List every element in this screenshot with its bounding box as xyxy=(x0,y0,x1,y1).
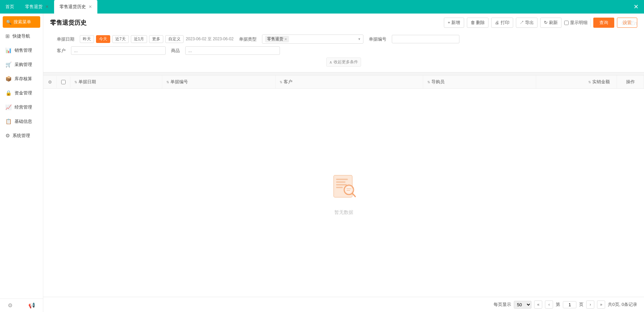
select-all-checkbox[interactable] xyxy=(61,80,66,84)
goods-label: 商品 xyxy=(171,48,180,54)
page-title: 零售退货历史 xyxy=(50,19,87,27)
top-bar: 首页 零售退货 ✕ 零售退货历史 ✕ ✕ xyxy=(0,0,644,14)
sort-asc-date-icon[interactable]: ⇅ xyxy=(74,80,77,84)
refresh-button[interactable]: ↻ 刷新 xyxy=(540,18,562,28)
date-btn-more[interactable]: 更多 xyxy=(149,35,163,43)
sidebar-item-sales[interactable]: 📊 销售管理 xyxy=(0,43,43,58)
collapse-icon: ∧ xyxy=(329,60,332,65)
sidebar-item-quick-nav[interactable]: ⊞ 快捷导航 xyxy=(0,29,43,43)
page-number-input[interactable] xyxy=(563,301,576,308)
search-icon: 🔍 xyxy=(6,20,11,25)
finance-icon: 🔒 xyxy=(5,90,12,96)
goods-input[interactable] xyxy=(185,46,280,55)
quick-nav-icon: ⊞ xyxy=(5,33,10,39)
filter-area: 单据日期 昨天 今天 近7天 近1月 更多 自定义 2023-06-02 至 2… xyxy=(50,32,637,72)
close-tab-retail-return-history[interactable]: ✕ xyxy=(89,4,92,9)
setting-button[interactable]: 设置 xyxy=(617,18,637,28)
date-btn-7days[interactable]: 近7天 xyxy=(112,35,129,43)
date-btn-custom[interactable]: 自定义 xyxy=(165,35,184,43)
customer-input[interactable] xyxy=(71,46,166,55)
empty-illustration xyxy=(327,170,361,204)
type-filter-select[interactable]: 零售退货 × ▾ xyxy=(262,35,363,44)
svg-rect-2 xyxy=(336,181,345,183)
close-tab-retail-return[interactable]: ✕ xyxy=(45,4,49,9)
th-checkbox[interactable] xyxy=(57,76,70,88)
sidebar-search[interactable]: 🔍 搜索菜单 xyxy=(3,16,40,28)
th-customer: ⇅ 客户 xyxy=(276,75,423,88)
date-range-display: 2023-06-02 至 2023-06-02 xyxy=(186,36,233,42)
date-filter: 昨天 今天 近7天 近1月 更多 自定义 2023-06-02 至 2023-0… xyxy=(80,35,234,43)
table-area: ⚙ ⇅ 单据日期 ⇅ 单据编号 ⇅ 客户 ⇅ 导购员 xyxy=(43,75,644,312)
svg-rect-0 xyxy=(334,175,352,197)
page-title-row: 零售退货历史 + 新增 🗑 删除 🖨 打印 ↗ 导出 ↻ 刷新 显示明细 查询 … xyxy=(50,18,637,28)
sort-asc-guide-icon[interactable]: ⇅ xyxy=(427,80,430,84)
date-label: 单据日期 xyxy=(57,36,74,42)
number-input[interactable] xyxy=(392,35,459,43)
sidebar-item-purchase[interactable]: 🛒 采购管理 xyxy=(0,58,43,72)
operations-icon: 📈 xyxy=(5,104,12,110)
collapse-filter-button[interactable]: ∧ 收起更多条件 xyxy=(326,58,361,67)
system-icon: ⚙ xyxy=(5,133,10,139)
first-page-button[interactable]: « xyxy=(534,300,542,309)
number-label: 单据编号 xyxy=(369,36,386,42)
total-info: 共0页, 0条记录 xyxy=(608,302,637,308)
query-button[interactable]: 查询 xyxy=(593,18,614,28)
th-date: ⇅ 单据日期 xyxy=(70,75,162,88)
purchase-icon: 🛒 xyxy=(5,62,12,68)
th-number: ⇅ 单据编号 xyxy=(162,75,275,88)
empty-text: 暂无数据 xyxy=(334,209,353,216)
prev-page-button[interactable]: ‹ xyxy=(545,300,553,309)
empty-state: 暂无数据 xyxy=(43,89,644,297)
tab-retail-return[interactable]: 零售退货 ✕ xyxy=(20,0,54,14)
th-amount: ⇅ 实销金额 xyxy=(536,75,617,88)
next-page-button[interactable]: › xyxy=(586,300,594,309)
svg-point-6 xyxy=(345,186,352,193)
export-button[interactable]: ↗ 导出 xyxy=(516,18,538,28)
inventory-icon: 📦 xyxy=(5,76,12,82)
last-page-button[interactable]: » xyxy=(597,300,605,309)
sidebar-bottom: ⚙ 📢 xyxy=(0,298,43,312)
sort-asc-customer-icon[interactable]: ⇅ xyxy=(280,80,282,84)
sidebar-item-system[interactable]: ⚙ 系统管理 xyxy=(0,129,43,143)
date-btn-1month[interactable]: 近1月 xyxy=(131,35,147,43)
svg-rect-4 xyxy=(336,187,343,188)
sort-asc-amount-icon[interactable]: ⇅ xyxy=(588,80,591,84)
sidebar-item-inventory[interactable]: 📦 库存核算 xyxy=(0,72,43,86)
basic-info-icon: 📋 xyxy=(5,118,12,125)
sidebar: 🔍 搜索菜单 ⊞ 快捷导航 📊 销售管理 🛒 采购管理 📦 库存核算 🔒 资金管… xyxy=(0,14,43,312)
svg-rect-3 xyxy=(336,184,347,185)
layout: 🔍 搜索菜单 ⊞ 快捷导航 📊 销售管理 🛒 采购管理 📦 库存核算 🔒 资金管… xyxy=(0,14,644,312)
type-tag: 零售退货 × xyxy=(265,36,289,42)
delete-button[interactable]: 🗑 删除 xyxy=(467,18,489,28)
filter-row-2: 客户 商品 xyxy=(57,46,630,55)
show-detail-input[interactable] xyxy=(564,21,569,25)
show-detail-checkbox[interactable]: 显示明细 xyxy=(564,20,588,26)
sidebar-settings-button[interactable]: ⚙ xyxy=(8,302,13,309)
sidebar-item-operations[interactable]: 📈 经营管理 xyxy=(0,100,43,114)
new-button[interactable]: + 新增 xyxy=(444,18,464,28)
sales-icon: 📊 xyxy=(5,47,12,53)
type-tag-close[interactable]: × xyxy=(285,37,287,42)
customer-label: 客户 xyxy=(57,48,66,54)
sidebar-item-basic-info[interactable]: 📋 基础信息 xyxy=(0,114,43,129)
sidebar-speaker-button[interactable]: 📢 xyxy=(28,302,35,309)
svg-line-7 xyxy=(352,193,355,197)
sidebar-item-finance[interactable]: 🔒 资金管理 xyxy=(0,86,43,100)
table-header: ⚙ ⇅ 单据日期 ⇅ 单据编号 ⇅ 客户 ⇅ 导购员 xyxy=(43,75,644,89)
page-suffix: 页 xyxy=(579,302,583,308)
date-btn-today[interactable]: 今天 xyxy=(96,35,110,43)
page-size-select[interactable]: 50 10 20 100 xyxy=(514,301,531,309)
page-header: 零售退货历史 + 新增 🗑 删除 🖨 打印 ↗ 导出 ↻ 刷新 显示明细 查询 … xyxy=(43,14,644,72)
toolbar: + 新增 🗑 删除 🖨 打印 ↗ 导出 ↻ 刷新 显示明细 查询 设置 xyxy=(444,18,637,28)
window-close-button[interactable]: ✕ xyxy=(634,3,639,10)
sort-asc-number-icon[interactable]: ⇅ xyxy=(166,80,169,84)
page-size-label: 每页显示 xyxy=(494,302,511,308)
tab-home[interactable]: 首页 xyxy=(0,0,20,14)
th-setting[interactable]: ⚙ xyxy=(43,76,57,88)
th-guide: ⇅ 导购员 xyxy=(423,75,536,88)
tab-retail-return-history[interactable]: 零售退货历史 ✕ xyxy=(54,0,97,14)
th-action: 操作 xyxy=(617,75,644,88)
filter-row-1: 单据日期 昨天 今天 近7天 近1月 更多 自定义 2023-06-02 至 2… xyxy=(57,35,630,44)
date-btn-yesterday[interactable]: 昨天 xyxy=(80,35,94,43)
print-button[interactable]: 🖨 打印 xyxy=(491,18,513,28)
